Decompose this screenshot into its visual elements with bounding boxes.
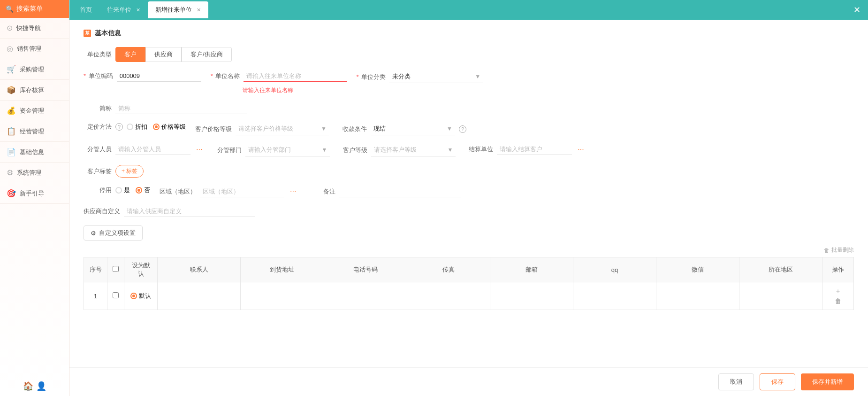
short-name-group: 简称 <box>84 103 247 114</box>
unit-category-select[interactable]: 未分类 ▼ <box>389 70 483 83</box>
customer-level-select[interactable]: 请选择客户等级 ▼ <box>371 144 456 156</box>
fax-input[interactable] <box>412 293 485 300</box>
newbie-icon: 🎯 <box>7 189 16 198</box>
wechat-input[interactable] <box>661 293 734 300</box>
sidebar-item-finance[interactable]: 💰 资金管理 <box>0 101 69 121</box>
department-label: 分管部门 <box>213 146 242 155</box>
customer-price-level-label: 客户价格等级 <box>195 125 232 133</box>
sidebar-item-purchase[interactable]: 🛒 采购管理 <box>0 59 69 80</box>
add-tag-button[interactable]: + 标签 <box>115 165 144 178</box>
tab-new-unit-label: 新增往来单位 <box>155 6 192 14</box>
unit-category-label: * 单位分类 <box>356 73 386 81</box>
supervisor-input[interactable] <box>115 144 190 155</box>
pricing-discount[interactable]: 折扣 <box>127 123 147 131</box>
operations-icon: 📋 <box>7 127 16 136</box>
payment-terms-group: 收款条件 现结 ▼ ? <box>339 123 466 135</box>
window-close-icon[interactable]: ✕ <box>849 5 865 15</box>
supplier-custom-input[interactable] <box>124 206 255 217</box>
payment-help-icon[interactable]: ? <box>459 125 466 133</box>
notes-input[interactable] <box>339 186 461 197</box>
email-input[interactable] <box>495 293 568 300</box>
tab-unit-list[interactable]: 往来单位 ✕ <box>99 1 148 18</box>
contact-input[interactable] <box>162 293 236 300</box>
th-phone: 电话号码 <box>324 257 407 282</box>
select-all-checkbox[interactable] <box>113 266 119 272</box>
customer-level-group: 客户等级 请选择客户等级 ▼ <box>339 144 456 156</box>
row-delete-btn[interactable]: 🗑 <box>833 296 843 306</box>
row-add-btn[interactable]: ＋ <box>833 286 843 296</box>
disable-group: 停用 是 否 <box>84 186 150 194</box>
short-name-row: 简称 <box>84 103 854 114</box>
pricing-discount-label: 折扣 <box>135 123 147 131</box>
tab-home[interactable]: 首页 <box>72 1 99 18</box>
settlement-more[interactable]: ··· <box>576 145 586 154</box>
disable-row: 停用 是 否 区域（地区） ··· 备注 <box>84 186 854 197</box>
settlement-unit-label: 结算单位 <box>465 145 493 154</box>
region-label: 区域（地区） <box>160 187 196 196</box>
row-default-radio[interactable]: 默认 <box>129 292 152 300</box>
sidebar-bottom: 🏠 👤 <box>0 376 69 396</box>
sidebar-item-basic[interactable]: 📄 基础信息 <box>0 142 69 163</box>
customer-level-arrow: ▼ <box>447 147 453 153</box>
home-bottom-icon[interactable]: 🏠 <box>23 381 33 391</box>
unit-type-customer[interactable]: 客户 <box>115 47 145 62</box>
region-input[interactable] <box>200 186 284 197</box>
user-bottom-icon[interactable]: 👤 <box>36 381 46 391</box>
sidebar-item-inventory[interactable]: 📦 库存核算 <box>0 80 69 101</box>
th-action: 操作 <box>822 257 854 282</box>
row-checkbox[interactable] <box>113 292 119 298</box>
customer-level-label: 客户等级 <box>339 146 367 155</box>
unit-type-buttons: 客户 供应商 客户/供应商 <box>115 47 232 62</box>
search-icon: 🔍 <box>6 5 14 13</box>
th-qq: qq <box>573 257 656 282</box>
unit-type-supplier[interactable]: 供应商 <box>145 47 182 62</box>
qq-input[interactable] <box>578 293 651 300</box>
customer-price-level-select[interactable]: 请选择客户价格等级 ▼ <box>236 123 329 135</box>
pricing-radio-group: 折扣 价格等级 <box>127 123 186 131</box>
sidebar-item-sales[interactable]: ◎ 销售管理 <box>0 39 69 59</box>
payment-terms-select[interactable]: 现结 ▼ <box>371 123 455 135</box>
row-default-circle <box>130 293 137 299</box>
unit-code-input[interactable] <box>117 70 201 82</box>
row-region-input[interactable] <box>744 293 817 300</box>
save-button[interactable]: 保存 <box>760 373 795 390</box>
payment-terms-label: 收款条件 <box>339 125 367 133</box>
unit-info-row: * 单位编码 * 单位名称 请输入往来单位名称 * 单位分类 <box>84 70 854 94</box>
disable-yes-circle <box>115 187 122 194</box>
system-icon: ⚙ <box>7 168 13 177</box>
disable-yes-label: 是 <box>124 186 130 194</box>
tab-unit-list-label: 往来单位 <box>107 6 131 14</box>
phone-input[interactable] <box>329 293 402 300</box>
notes-group: 备注 <box>307 186 461 197</box>
customer-level-value: 请选择客户等级 <box>374 146 447 154</box>
cancel-button[interactable]: 取消 <box>718 373 754 390</box>
pricing-help-icon[interactable]: ? <box>115 123 123 131</box>
save-new-button[interactable]: 保存并新增 <box>801 373 854 390</box>
disable-no[interactable]: 否 <box>136 186 150 194</box>
sidebar-item-quick-nav[interactable]: ⊙ 快捷导航 <box>0 18 69 39</box>
tab-new-unit[interactable]: 新增往来单位 ✕ <box>148 1 208 18</box>
pricing-level[interactable]: 价格等级 <box>153 123 186 131</box>
customer-price-level-value: 请选择客户价格等级 <box>238 124 321 133</box>
custom-settings-button[interactable]: ⚙ 自定义项设置 <box>84 225 143 241</box>
short-name-input[interactable] <box>115 103 247 114</box>
supervisor-more[interactable]: ··· <box>194 145 204 154</box>
unit-type-both[interactable]: 客户/供应商 <box>182 47 232 62</box>
tab-unit-list-close[interactable]: ✕ <box>136 7 140 13</box>
region-more[interactable]: ··· <box>288 187 298 196</box>
sidebar-item-newbie[interactable]: 🎯 新手引导 <box>0 183 69 204</box>
pricing-method-label: 定价方法 <box>84 123 112 131</box>
sidebar-item-system[interactable]: ⚙ 系统管理 <box>0 163 69 183</box>
sidebar-item-operations[interactable]: 📋 经营管理 <box>0 121 69 142</box>
department-select[interactable]: 请输入分管部门 ▼ <box>245 144 330 156</box>
tab-new-unit-close[interactable]: ✕ <box>197 7 201 13</box>
settlement-unit-input[interactable] <box>497 144 572 155</box>
inventory-icon: 📦 <box>7 85 16 94</box>
search-menu[interactable]: 🔍 搜索菜单 <box>0 0 69 18</box>
address-input[interactable] <box>245 293 319 300</box>
unit-name-input[interactable] <box>244 70 347 82</box>
batch-delete-row[interactable]: 🗑 批量删除 <box>84 246 854 254</box>
unit-code-label: * 单位编码 <box>84 72 113 80</box>
disable-yes[interactable]: 是 <box>115 186 130 194</box>
th-email: 邮箱 <box>490 257 573 282</box>
